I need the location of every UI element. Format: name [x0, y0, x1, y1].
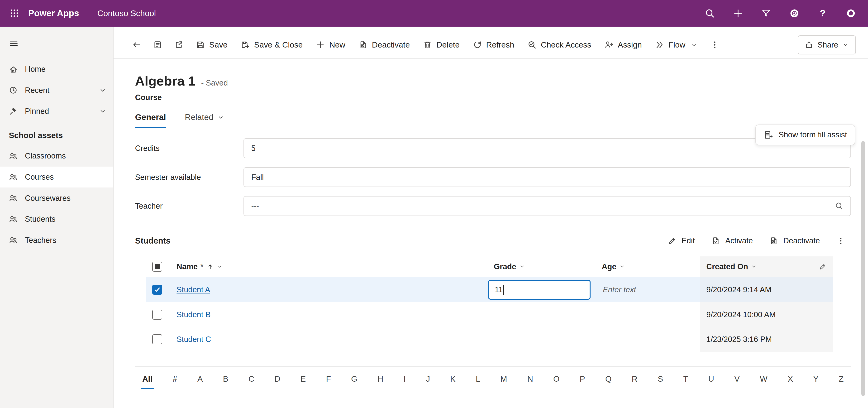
- age-cell[interactable]: [595, 327, 700, 352]
- jump-m[interactable]: M: [499, 374, 508, 389]
- deactivate-button[interactable]: Deactivate: [352, 35, 416, 55]
- student-link[interactable]: Student B: [177, 310, 211, 319]
- subgrid-more-button[interactable]: [831, 231, 851, 251]
- jump-w[interactable]: W: [758, 374, 769, 389]
- jump-r[interactable]: R: [630, 374, 639, 389]
- sidebar-item-teachers[interactable]: Teachers: [0, 230, 113, 251]
- help-button[interactable]: ?: [812, 3, 833, 24]
- add-icon: [316, 40, 325, 49]
- flow-icon: [655, 40, 664, 49]
- field-teacher-input[interactable]: ---: [244, 196, 851, 216]
- field-label: Semester available: [135, 173, 244, 182]
- jump-j[interactable]: J: [424, 374, 432, 389]
- form-switcher-button[interactable]: [148, 35, 168, 55]
- sidebar-item-coursewares[interactable]: Coursewares: [0, 187, 113, 209]
- jump-d[interactable]: D: [273, 374, 282, 389]
- column-header-name[interactable]: Name*: [168, 256, 487, 277]
- hamburger-menu-button[interactable]: [3, 33, 25, 53]
- app-launcher-button[interactable]: [3, 0, 25, 27]
- command-label: Activate: [725, 236, 753, 245]
- column-header-created-on[interactable]: Created On: [700, 256, 833, 277]
- deactivate-button[interactable]: Deactivate: [764, 233, 826, 249]
- jump-a[interactable]: A: [196, 374, 205, 389]
- jump-u[interactable]: U: [707, 374, 716, 389]
- sidebar-item-pinned[interactable]: Pinned: [0, 101, 113, 122]
- edit-button[interactable]: Edit: [662, 233, 700, 249]
- column-label: Grade: [494, 262, 516, 271]
- created-on-value: 9/20/2024 9:14 AM: [707, 285, 772, 294]
- check-access-button[interactable]: Check Access: [521, 35, 597, 55]
- jump-g[interactable]: G: [349, 374, 359, 389]
- jump-t[interactable]: T: [682, 374, 690, 389]
- jump-y[interactable]: Y: [811, 374, 820, 389]
- jump-k[interactable]: K: [448, 374, 457, 389]
- row-checkbox[interactable]: [146, 277, 168, 302]
- save-close-button[interactable]: Save & Close: [235, 35, 309, 55]
- command-label: Flow: [669, 40, 685, 50]
- jump-h[interactable]: H: [376, 374, 385, 389]
- share-button[interactable]: Share: [798, 35, 856, 54]
- jump-o[interactable]: O: [552, 374, 561, 389]
- tab-general[interactable]: General: [135, 112, 166, 128]
- delete-button[interactable]: Delete: [417, 35, 466, 55]
- row-checkbox[interactable]: [146, 327, 168, 352]
- chevron-icon: [217, 264, 223, 270]
- jump-p[interactable]: P: [578, 374, 587, 389]
- student-link[interactable]: Student C: [177, 335, 211, 344]
- jump-n[interactable]: N: [526, 374, 535, 389]
- save-button[interactable]: Save: [190, 35, 234, 55]
- new-button[interactable]: New: [310, 35, 351, 55]
- field-value: 5: [251, 144, 843, 153]
- sidebar-item-courses[interactable]: Courses: [0, 167, 113, 188]
- grade-input[interactable]: 11: [488, 280, 591, 300]
- assign-button[interactable]: Assign: [598, 35, 648, 55]
- show-form-fill-assist-button[interactable]: Show form fill assist: [755, 124, 855, 145]
- settings-button[interactable]: [784, 3, 805, 24]
- jump-q[interactable]: Q: [603, 374, 613, 389]
- search-button[interactable]: [699, 3, 720, 24]
- edit-columns-button[interactable]: [819, 263, 827, 271]
- sidebar-item-label: Teachers: [25, 236, 106, 245]
- tab-related[interactable]: Related: [185, 112, 224, 128]
- student-link[interactable]: Student A: [177, 285, 210, 294]
- refresh-button[interactable]: Refresh: [467, 35, 520, 55]
- grade-cell[interactable]: [487, 302, 595, 327]
- jump-i[interactable]: I: [402, 374, 407, 389]
- jump-hash[interactable]: #: [171, 374, 179, 389]
- jump-b[interactable]: B: [221, 374, 230, 389]
- back-button[interactable]: [127, 35, 147, 55]
- jump-c[interactable]: C: [247, 374, 256, 389]
- column-header-age[interactable]: Age: [595, 256, 700, 277]
- column-header-grade[interactable]: Grade: [487, 256, 595, 277]
- field-semester-available-input[interactable]: Fall: [244, 167, 851, 187]
- jump-e[interactable]: E: [299, 374, 308, 389]
- jump-f[interactable]: F: [324, 374, 333, 389]
- flow-button[interactable]: Flow: [649, 35, 704, 55]
- jump-l[interactable]: L: [474, 374, 482, 389]
- age-cell[interactable]: [595, 302, 700, 327]
- grade-cell[interactable]: [487, 327, 595, 352]
- entity-name: Course: [135, 93, 851, 102]
- command-label: Edit: [682, 236, 695, 245]
- sidebar-item-recent[interactable]: Recent: [0, 80, 113, 101]
- activate-button[interactable]: Activate: [706, 233, 758, 249]
- sidebar-item-classrooms[interactable]: Classrooms: [0, 145, 113, 167]
- row-checkbox[interactable]: [146, 302, 168, 327]
- table-row: Student B9/20/2024 10:00 AM: [146, 302, 833, 327]
- grade-cell[interactable]: 11: [487, 277, 595, 302]
- jump-all[interactable]: All: [141, 374, 154, 389]
- more-commands-button[interactable]: [705, 35, 725, 55]
- filter-button[interactable]: [756, 3, 777, 24]
- select-all-checkbox[interactable]: [146, 256, 168, 277]
- add-button[interactable]: [727, 3, 748, 24]
- jump-x[interactable]: X: [786, 374, 795, 389]
- age-cell[interactable]: Enter text: [595, 277, 700, 302]
- popout-button[interactable]: [169, 35, 189, 55]
- sidebar-item-students[interactable]: Students: [0, 209, 113, 230]
- jump-z[interactable]: Z: [837, 374, 845, 389]
- sidebar-item-home[interactable]: Home: [0, 59, 113, 80]
- jump-v[interactable]: V: [733, 374, 741, 389]
- jump-s[interactable]: S: [656, 374, 665, 389]
- chevron-icon: [843, 42, 849, 48]
- copilot-button[interactable]: [840, 3, 862, 24]
